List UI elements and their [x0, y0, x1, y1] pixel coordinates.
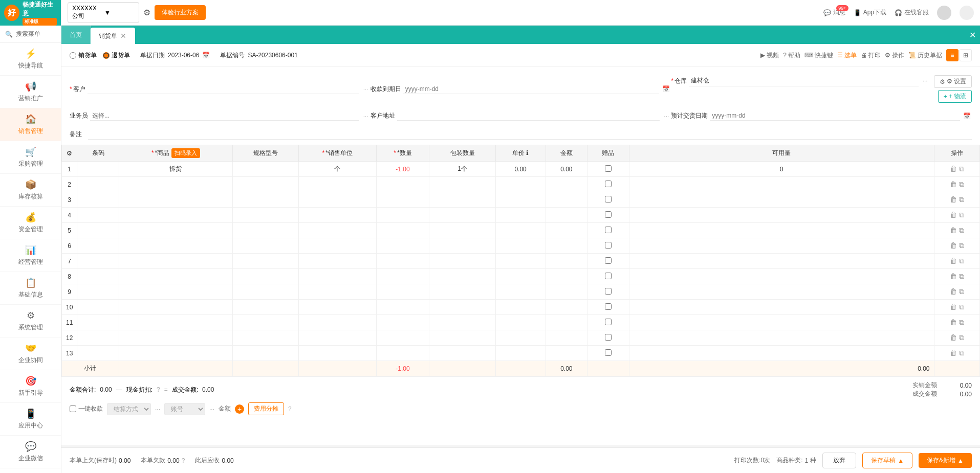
flow-button[interactable]: + + 物流 — [938, 90, 972, 103]
row-gift[interactable] — [587, 162, 629, 177]
delete-row-icon[interactable]: 🗑 — [950, 165, 957, 173]
delete-row-icon[interactable]: 🗑 — [950, 195, 957, 204]
delivery-calendar-icon[interactable]: 📅 — [962, 112, 972, 120]
settlement-method-select[interactable]: 结算方式 — [107, 403, 151, 415]
copy-row-icon[interactable]: ⧉ — [959, 257, 964, 265]
address-more-icon[interactable]: ··· — [662, 112, 671, 120]
user-avatar[interactable] — [937, 6, 951, 20]
receive-date-calendar-icon[interactable]: 📅 — [661, 85, 671, 93]
copy-row-icon[interactable]: ⧉ — [959, 180, 964, 189]
sidebar-item-operations[interactable]: 📊 经营管理 — [0, 239, 61, 272]
row-barcode[interactable] — [77, 162, 119, 177]
expense-help-icon[interactable]: ? — [288, 406, 292, 413]
grid-view-btn[interactable]: ⊞ — [960, 49, 972, 61]
delete-row-icon[interactable]: 🗑 — [950, 318, 957, 327]
row-gift-2[interactable] — [587, 177, 629, 192]
customer-input[interactable] — [88, 84, 359, 94]
sidebar-item-quick-nav[interactable]: ⚡ 快捷导航 — [0, 43, 61, 76]
radio-return-order[interactable]: 退货单 — [103, 51, 130, 60]
copy-row-icon[interactable]: ⧉ — [959, 349, 964, 357]
account-select[interactable]: 账号 — [164, 403, 205, 415]
sidebar-item-system[interactable]: ⚙ 系统管理 — [0, 305, 61, 337]
sidebar-item-inventory[interactable]: 📦 库存核算 — [0, 174, 61, 207]
cash-discount-help-icon[interactable]: ? — [157, 386, 160, 393]
calendar-date-icon[interactable]: 📅 — [202, 52, 210, 59]
sidebar-item-wechat[interactable]: 💬 企业微信 — [0, 436, 61, 468]
row-qty[interactable]: -1.00 — [376, 162, 429, 177]
online-service-button[interactable]: 🎧 在线客服 — [895, 8, 929, 17]
row-spec[interactable] — [232, 162, 298, 177]
tab-sales-order[interactable]: 销货单 ✕ — [91, 28, 135, 44]
copy-row-icon[interactable]: ⧉ — [959, 226, 964, 235]
delete-row-icon[interactable]: 🗑 — [950, 226, 957, 235]
copy-row-icon[interactable]: ⧉ — [959, 165, 964, 173]
sidebar-item-app-center[interactable]: 📱 应用中心 — [0, 403, 61, 436]
delete-row-icon[interactable]: 🗑 — [950, 180, 957, 189]
radio-sale-order[interactable]: 销货单 — [70, 51, 97, 60]
delete-row-icon[interactable]: 🗑 — [950, 257, 957, 265]
customer-address-input[interactable] — [397, 111, 660, 121]
tab-close-icon[interactable]: ✕ — [120, 32, 126, 40]
sidebar-item-marketing[interactable]: 📢 营销推广 — [0, 76, 61, 108]
expected-delivery-input[interactable] — [710, 111, 960, 121]
tab-home[interactable]: 首页 — [61, 26, 91, 44]
print-action[interactable]: 🖨 打印 — [861, 51, 881, 60]
remark-input[interactable] — [88, 129, 972, 140]
video-action[interactable]: ▶ 视频 — [760, 51, 779, 60]
sidebar-item-purchase[interactable]: 🛒 采购管理 — [0, 141, 61, 174]
sidebar-item-basic-info[interactable]: 📋 基础信息 — [0, 272, 61, 305]
settings-icon[interactable]: ⚙ — [143, 8, 150, 17]
delete-row-icon[interactable]: 🗑 — [950, 303, 957, 311]
company-selector[interactable]: XXXXXX公司 ▼ — [68, 2, 139, 23]
sidebar-item-collab[interactable]: 🤝 企业协同 — [0, 337, 61, 370]
copy-row-icon[interactable]: ⧉ — [959, 303, 964, 311]
settlement-more-icon[interactable]: ··· — [155, 406, 160, 413]
sidebar-item-guide[interactable]: 🎯 新手引导 — [0, 370, 61, 403]
scan-barcode-button[interactable]: 扫码录入 — [171, 148, 200, 158]
bill-due-help-icon[interactable]: ? — [182, 457, 185, 464]
user-settings[interactable] — [960, 6, 974, 20]
receive-date-input[interactable] — [403, 84, 660, 94]
delete-row-icon[interactable]: 🗑 — [950, 333, 957, 342]
close-window-icon[interactable]: ✕ — [969, 30, 976, 40]
discard-button[interactable]: 放弃 — [822, 453, 856, 468]
delete-row-icon[interactable]: 🗑 — [950, 287, 957, 296]
help-action[interactable]: ? 帮助 — [783, 51, 800, 60]
save-new-button[interactable]: 保存&新增 ▲ — [919, 453, 972, 468]
copy-row-icon[interactable]: ⧉ — [959, 272, 964, 281]
one-key-payment-checkbox[interactable]: 一键收款 — [70, 404, 103, 413]
copy-row-icon[interactable]: ⧉ — [959, 211, 964, 219]
setup-button[interactable]: ⚙ ⚙ 设置 — [934, 75, 972, 88]
message-button[interactable]: 💬 消息 99+ — [823, 8, 845, 17]
copy-row-icon[interactable]: ⧉ — [959, 333, 964, 342]
list-view-btn[interactable]: ≡ — [946, 49, 959, 61]
operate-action[interactable]: ⚙ 操作 — [885, 51, 904, 60]
delete-row-icon[interactable]: 🗑 — [950, 211, 957, 219]
delete-row-icon[interactable]: 🗑 — [950, 241, 957, 250]
salesperson-input[interactable] — [90, 111, 359, 121]
trial-button[interactable]: 体验行业方案 — [155, 5, 206, 20]
add-payment-button[interactable]: + — [235, 404, 244, 414]
save-draft-button[interactable]: 保存草稿 ▲ — [862, 453, 912, 468]
gear-icon[interactable]: ⚙ — [67, 150, 72, 157]
customer-more-icon[interactable]: ··· — [361, 85, 371, 93]
app-download-button[interactable]: 📱 App下载 — [854, 8, 886, 17]
shortcut-action[interactable]: ⌨ 快捷键 — [804, 51, 833, 60]
copy-row-icon[interactable]: ⧉ — [959, 195, 964, 204]
select-action[interactable]: ☰ 选单 — [837, 51, 857, 60]
salesperson-more-icon[interactable]: ··· — [361, 112, 371, 120]
row-price[interactable]: 0.00 — [495, 162, 546, 177]
copy-row-icon[interactable]: ⧉ — [959, 241, 964, 250]
account-more-icon[interactable]: ··· — [209, 406, 214, 413]
sidebar-item-finance[interactable]: 💰 资金管理 — [0, 207, 61, 239]
copy-row-icon[interactable]: ⧉ — [959, 318, 964, 327]
delete-row-icon[interactable]: 🗑 — [950, 349, 957, 357]
expense-split-button[interactable]: 费用分摊 — [248, 402, 284, 415]
delete-row-icon[interactable]: 🗑 — [950, 272, 957, 281]
sidebar-item-member[interactable]: 👑 畅会员 — [0, 468, 61, 473]
history-action[interactable]: 📜 历史单据 — [908, 51, 942, 60]
sidebar-item-sales[interactable]: 🏠 销售管理 — [0, 108, 61, 141]
warehouse-more-icon[interactable]: ··· — [921, 77, 930, 84]
search-menu[interactable]: 🔍 搜索菜单 — [0, 26, 61, 43]
copy-row-icon[interactable]: ⧉ — [959, 287, 964, 296]
